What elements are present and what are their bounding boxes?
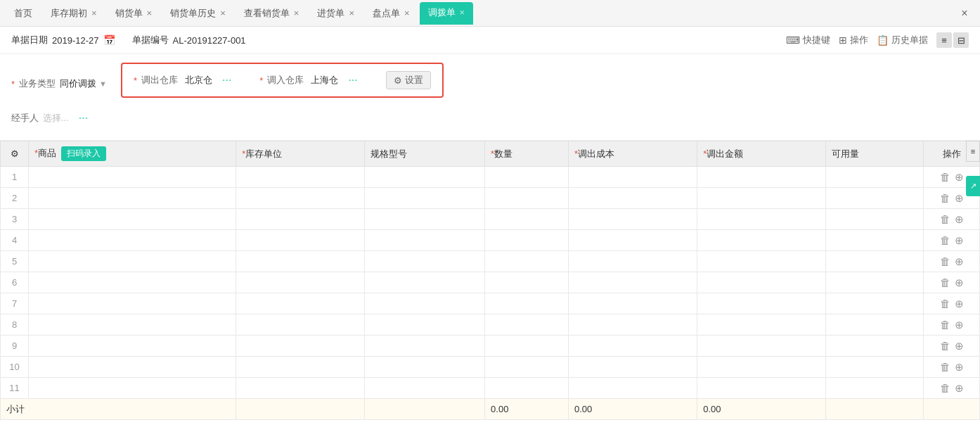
col-settings[interactable]: ⚙ bbox=[1, 141, 29, 167]
table-row: 2🗑⊕ bbox=[1, 188, 980, 209]
delete-row-icon[interactable]: 🗑 bbox=[940, 361, 950, 373]
col-product: *商品 扫码录入 bbox=[29, 141, 236, 167]
copy-row-icon[interactable]: ⊕ bbox=[955, 255, 964, 268]
tab-sales-history[interactable]: 销货单历史 × bbox=[162, 2, 234, 25]
settings-gear-icon: ⚙ bbox=[394, 75, 402, 86]
table-row: 6🗑⊕ bbox=[1, 272, 980, 293]
date-field: 单据日期 2019-12-27 📅 bbox=[11, 34, 115, 46]
warehouse-out-value: 北京仓 bbox=[185, 74, 212, 87]
table-row: 1🗑⊕ bbox=[1, 167, 980, 188]
table-area: ⚙ *商品 扫码录入 *库存单位 规格型号 *数量 *调出成本 *调出金额 可用… bbox=[0, 141, 980, 446]
dropdown-arrow-icon: ▼ bbox=[99, 79, 107, 88]
layout-btn-1[interactable]: ≡ bbox=[936, 32, 952, 48]
agent-field: 经手人 选择... ··· bbox=[11, 112, 88, 125]
table-row: 3🗑⊕ bbox=[1, 209, 980, 230]
copy-row-icon[interactable]: ⊕ bbox=[955, 361, 964, 374]
copy-row-icon[interactable]: ⊕ bbox=[955, 276, 964, 289]
delete-row-icon[interactable]: 🗑 bbox=[940, 298, 950, 310]
header-actions: ⌨ 快捷键 ⊞ 操作 📋 历史单据 ≡ ⊟ bbox=[786, 32, 969, 48]
delete-row-icon[interactable]: 🗑 bbox=[940, 192, 950, 204]
right-expand-button[interactable]: ↗ bbox=[966, 176, 980, 196]
warehouse-in-value: 上海仓 bbox=[311, 74, 338, 87]
history-button[interactable]: 📋 历史单据 bbox=[877, 34, 928, 46]
scan-button[interactable]: 扫码录入 bbox=[61, 146, 106, 161]
warehouse-out-more-icon[interactable]: ··· bbox=[222, 74, 231, 87]
table-row: 4🗑⊕ bbox=[1, 230, 980, 251]
main-table: ⚙ *商品 扫码录入 *库存单位 规格型号 *数量 *调出成本 *调出金额 可用… bbox=[0, 141, 980, 420]
tab-sales-order[interactable]: 销货单 × bbox=[107, 2, 161, 25]
col-spec: 规格型号 bbox=[365, 141, 485, 167]
table-row: 7🗑⊕ bbox=[1, 293, 980, 314]
copy-row-icon[interactable]: ⊕ bbox=[955, 319, 964, 331]
close-tab-inventory-check[interactable]: × bbox=[404, 8, 410, 18]
business-type-select[interactable]: 同价调拨 ▼ bbox=[60, 77, 107, 90]
shortcut-icon: ⌨ bbox=[786, 34, 800, 46]
business-type-field: * 业务类型 同价调拨 ▼ bbox=[11, 77, 107, 90]
delete-row-icon[interactable]: 🗑 bbox=[940, 319, 950, 331]
warehouse-in-field: * 调入仓库 上海仓 ··· bbox=[259, 74, 357, 87]
close-tab-purchase-order[interactable]: × bbox=[349, 8, 354, 18]
window-close-button[interactable]: × bbox=[955, 4, 974, 23]
delete-row-icon[interactable]: 🗑 bbox=[940, 255, 950, 267]
col-unit: *库存单位 bbox=[236, 141, 365, 167]
copy-row-icon[interactable]: ⊕ bbox=[955, 298, 964, 310]
tab-inventory-check[interactable]: 盘点单 × bbox=[364, 2, 418, 25]
right-tool-list-icon[interactable]: ≡ bbox=[966, 141, 980, 162]
warehouse-out-field: * 调出仓库 北京仓 ··· bbox=[134, 74, 231, 87]
copy-row-icon[interactable]: ⊕ bbox=[955, 382, 964, 395]
copy-row-icon[interactable]: ⊕ bbox=[955, 340, 964, 352]
form-row-2: 经手人 选择... ··· bbox=[11, 112, 969, 125]
table-row: 5🗑⊕ bbox=[1, 251, 980, 272]
warehouse-in-more-icon[interactable]: ··· bbox=[348, 74, 357, 87]
delete-row-icon[interactable]: 🗑 bbox=[940, 171, 950, 183]
business-type-value: 同价调拨 bbox=[60, 77, 96, 90]
delete-row-icon[interactable]: 🗑 bbox=[940, 340, 950, 352]
tab-view-sales[interactable]: 查看销货单 × bbox=[236, 2, 308, 25]
col-available: 可用量 bbox=[826, 141, 924, 167]
close-tab-view-sales[interactable]: × bbox=[294, 8, 299, 18]
layout-btn-2[interactable]: ⊟ bbox=[953, 32, 969, 48]
shortcut-button[interactable]: ⌨ 快捷键 bbox=[786, 34, 830, 46]
close-tab-inventory-init[interactable]: × bbox=[91, 8, 97, 18]
agent-more-icon[interactable]: ··· bbox=[79, 112, 88, 125]
table-row: 8🗑⊕ bbox=[1, 314, 980, 336]
form-settings-button[interactable]: ⚙ 设置 bbox=[386, 71, 431, 89]
col-cost: *调出成本 bbox=[568, 141, 697, 167]
warehouse-box: * 调出仓库 北京仓 ··· * 调入仓库 上海仓 ··· ⚙ 设置 bbox=[121, 63, 444, 98]
table-row: 9🗑⊕ bbox=[1, 336, 980, 357]
form-body: * 业务类型 同价调拨 ▼ * 调出仓库 北京仓 ··· * bbox=[0, 54, 980, 141]
calendar-icon[interactable]: 📅 bbox=[103, 34, 115, 46]
operate-icon: ⊞ bbox=[839, 34, 847, 46]
tab-purchase-order[interactable]: 进货单 × bbox=[309, 2, 363, 25]
table-gear-icon[interactable]: ⚙ bbox=[11, 148, 19, 159]
operate-button[interactable]: ⊞ 操作 bbox=[839, 34, 868, 46]
form-row-1: * 业务类型 同价调拨 ▼ * 调出仓库 北京仓 ··· * bbox=[11, 63, 969, 105]
copy-row-icon[interactable]: ⊕ bbox=[955, 192, 964, 205]
date-value: 2019-12-27 bbox=[52, 35, 99, 46]
table-row: 10🗑⊕ bbox=[1, 357, 980, 378]
table-row: 11🗑⊕ bbox=[1, 378, 980, 399]
close-tab-transfer[interactable]: × bbox=[460, 7, 465, 18]
tab-bar: 首页 库存期初 × 销货单 × 销货单历史 × 查看销货单 × 进货单 × 盘点… bbox=[0, 0, 980, 27]
agent-placeholder[interactable]: 选择... bbox=[43, 112, 69, 125]
history-icon: 📋 bbox=[877, 34, 889, 46]
close-tab-sales-history[interactable]: × bbox=[220, 8, 226, 18]
copy-row-icon[interactable]: ⊕ bbox=[955, 171, 964, 184]
close-tab-sales-order[interactable]: × bbox=[147, 8, 153, 18]
copy-row-icon[interactable]: ⊕ bbox=[955, 234, 964, 247]
subtotal-row: 小计 0.00 0.00 0.00 bbox=[1, 399, 980, 420]
delete-row-icon[interactable]: 🗑 bbox=[940, 234, 950, 246]
tab-home[interactable]: 首页 bbox=[6, 2, 41, 25]
doc-no-field: 单据编号 AL-20191227-001 bbox=[132, 34, 246, 46]
right-tool-panel: ≡ bbox=[966, 141, 980, 162]
delete-row-icon[interactable]: 🗑 bbox=[940, 213, 950, 225]
doc-no-value: AL-20191227-001 bbox=[173, 35, 246, 46]
col-qty: *数量 bbox=[485, 141, 569, 167]
copy-row-icon[interactable]: ⊕ bbox=[955, 213, 964, 226]
tab-transfer[interactable]: 调拨单 × bbox=[420, 2, 474, 25]
tab-inventory-init[interactable]: 库存期初 × bbox=[42, 2, 105, 25]
delete-row-icon[interactable]: 🗑 bbox=[940, 276, 950, 288]
delete-row-icon[interactable]: 🗑 bbox=[940, 382, 950, 394]
form-header: 单据日期 2019-12-27 📅 单据编号 AL-20191227-001 ⌨… bbox=[0, 27, 980, 54]
col-amount: *调出金额 bbox=[697, 141, 826, 167]
